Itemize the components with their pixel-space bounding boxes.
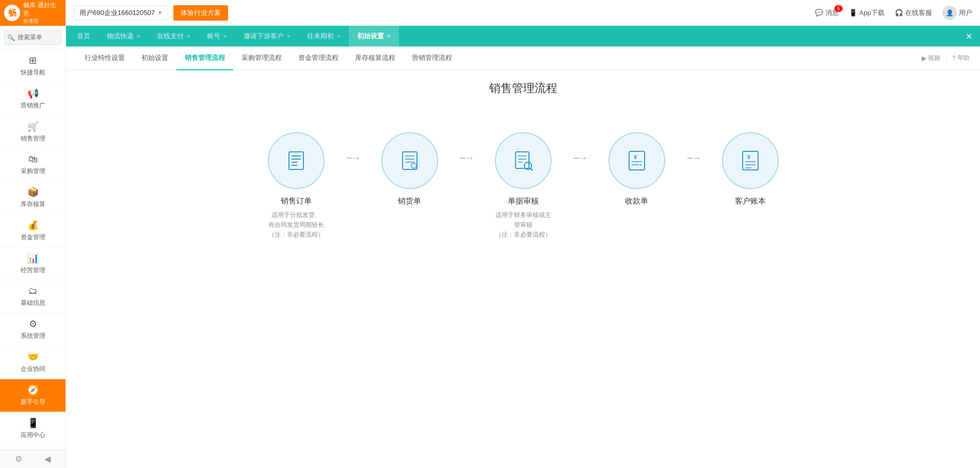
nav-tab-logistics[interactable]: 物流快递✕ (99, 26, 149, 46)
flow-arrow-0: - - → (340, 152, 366, 164)
sidebar-item-label: 系统管理 (21, 332, 45, 340)
flow-step-desc: 适用于财务审核或主管审核（注：非必要流程） (495, 210, 551, 240)
nav-tab-close-icon[interactable]: ✕ (186, 34, 190, 39)
dropdown-arrow-icon: ▼ (157, 10, 163, 15)
nav-tab-close-icon[interactable]: ✕ (286, 34, 291, 39)
sidebar-item-enterprise-wechat[interactable]: 💬 企业微信 (0, 445, 66, 449)
app-download-button[interactable]: 📱 App下载 (849, 8, 885, 18)
sidebar-item-label: 销售管理 (21, 134, 45, 143)
nav-tabs: 首页物流快递✕在线支付✕账号✕邀请下游客户✕往来期初✕初始设置✕✕ (66, 26, 980, 46)
logo-icon: 畅 (4, 5, 20, 21)
flow-step-label: 收款单 (625, 196, 648, 206)
flow-circle-sales-invoice[interactable]: ✓ (381, 132, 438, 189)
sidebar-item-sys-mgmt[interactable]: ⚙ 系统管理 (0, 313, 66, 346)
settings-icon[interactable]: ⚙ (15, 454, 22, 464)
nav-tab-close-icon[interactable]: ✕ (223, 34, 227, 39)
nav-tab-label: 账号 (207, 32, 220, 41)
user-selector[interactable]: 用户690企业1660120507 ▼ (74, 6, 168, 20)
flow-step-customer-ledger: ¥ 客户账本 (706, 132, 794, 206)
search-icon: 🔍 (7, 34, 15, 41)
sub-tab-sales-flow[interactable]: 销售管理流程 (176, 46, 233, 70)
basic-info-icon: 🗂 (28, 286, 38, 297)
topbar-actions: 💬 消息 6 📱 App下载 🎧 在线客服 👤 用户 (815, 6, 972, 20)
sidebar-item-basic-info[interactable]: 🗂 基础信息 (0, 280, 66, 313)
sub-tab-marketing-flow[interactable]: 营销管理流程 (404, 46, 460, 70)
user-avatar-button[interactable]: 👤 用户 (942, 6, 972, 20)
main-content: 用户690企业1660120507 ▼ 体验行业方案 💬 消息 6 📱 App下… (66, 0, 980, 468)
flow-arrow-1: - - → (454, 152, 479, 164)
nav-tab-label: 首页 (77, 32, 90, 41)
sidebar-item-enterprise-collab[interactable]: 🤝 企业协同 (0, 346, 66, 379)
sidebar-item-app-center[interactable]: 📱 应用中心 (0, 412, 66, 445)
sidebar-item-label: 快捷导航 (21, 68, 45, 77)
nav-tab-account[interactable]: 账号✕ (199, 26, 235, 46)
sidebar-item-inventory[interactable]: 📦 库存核算 (0, 181, 66, 214)
flow-step-sales-invoice: ✓ 销货单 (366, 132, 454, 206)
flow-circle-receipt[interactable]: ¥ (608, 132, 665, 189)
nav-tab-label: 初始设置 (357, 32, 384, 41)
nav-tab-initial-setup[interactable]: 初始设置✕ (349, 26, 399, 46)
sub-tabs: 行业特性设置初始设置销售管理流程采购管理流程资金管理流程库存核算流程营销管理流程… (66, 46, 980, 70)
sidebar-item-sales-mgmt[interactable]: 🛒 销售管理 (0, 116, 66, 149)
sidebar-item-label: 营销推广 (21, 101, 45, 110)
nav-tab-label: 物流快递 (107, 32, 134, 41)
svg-point-21 (639, 164, 641, 166)
sales-mgmt-icon: 🛒 (27, 121, 39, 132)
nav-tab-payment[interactable]: 在线支付✕ (149, 26, 199, 46)
phone-icon: 📱 (849, 9, 857, 17)
sidebar-item-label: 应用中心 (21, 431, 45, 440)
flow-circle-customer-ledger[interactable]: ¥ (722, 132, 779, 189)
nav-tab-close-icon[interactable]: ✕ (336, 34, 341, 39)
message-icon: 💬 (815, 9, 823, 17)
nav-close-button[interactable]: ✕ (960, 32, 977, 41)
sidebar-item-finance-mgmt[interactable]: 💰 资金管理 (0, 214, 66, 247)
new-guide-icon: 🧭 (27, 384, 39, 396)
sidebar-item-marketing-promo[interactable]: 📢 营销推广 (0, 83, 66, 116)
collapse-icon[interactable]: ◀ (44, 454, 51, 464)
sidebar-item-ops-mgmt[interactable]: 📊 经营管理 (0, 247, 66, 280)
flow-chart: 销售订单 适用于分批发货、有合同发货周期较长（注：非必要流程） - - → ✓ … (76, 122, 970, 251)
sub-tab-finance-flow[interactable]: 资金管理流程 (290, 46, 347, 70)
finance-mgmt-icon: 💰 (27, 220, 39, 231)
trial-button[interactable]: 体验行业方案 (173, 5, 228, 21)
flow-arrow-2: - - → (567, 152, 593, 164)
sub-tab-initial-setup[interactable]: 初始设置 (133, 46, 176, 70)
flow-step-doc-review: 单据审核 适用于财务审核或主管审核（注：非必要流程） (479, 132, 567, 240)
nav-tab-home[interactable]: 首页 (69, 26, 99, 46)
sub-tab-inventory-flow[interactable]: 库存核算流程 (347, 46, 404, 70)
sub-tab-industry-settings[interactable]: 行业特性设置 (76, 46, 133, 70)
sub-tab-purchase-flow[interactable]: 采购管理流程 (233, 46, 290, 70)
nav-tab-label: 在线支付 (157, 32, 184, 41)
sidebar-item-quick-nav[interactable]: ⊞ 快捷导航 (0, 50, 66, 83)
purchase-mgmt-icon: 🛍 (28, 154, 38, 165)
help-link[interactable]: ? 帮助 (952, 54, 970, 63)
sidebar-search-area: 🔍 搜索菜单 (0, 26, 66, 50)
logo-text: 畅库·通好生意 标准版 (23, 2, 61, 24)
nav-tab-period-opening[interactable]: 往来期初✕ (299, 26, 349, 46)
sidebar-item-label: 企业协同 (21, 365, 45, 373)
page-title: 销售管理流程 (76, 81, 970, 96)
flow-step-desc: 适用于分批发货、有合同发货周期较长（注：非必要流程） (268, 210, 324, 240)
nav-tab-invite-customer[interactable]: 邀请下游客户✕ (235, 26, 299, 46)
flow-circle-doc-review[interactable] (495, 132, 552, 189)
message-button[interactable]: 💬 消息 6 (815, 8, 839, 18)
sidebar-bottom: ⚙ ◀ (0, 449, 66, 468)
sidebar-item-purchase-mgmt[interactable]: 🛍 采购管理 (0, 149, 66, 181)
flow-circle-sales-order[interactable] (268, 132, 325, 189)
search-menu-button[interactable]: 🔍 搜索菜单 (4, 30, 61, 45)
sidebar-item-new-guide[interactable]: 🧭 新手引导 (0, 379, 66, 412)
flow-step-label: 客户账本 (735, 196, 766, 206)
svg-text:✓: ✓ (413, 165, 416, 168)
help-icon: ? (952, 55, 956, 62)
nav-tab-close-icon[interactable]: ✕ (387, 34, 391, 39)
quick-nav-icon: ⊞ (29, 55, 37, 66)
svg-text:¥: ¥ (747, 154, 751, 160)
sub-tabs-right: ▶ 视频 | ? 帮助 (922, 54, 970, 63)
svg-rect-0 (289, 152, 303, 169)
nav-tab-close-icon[interactable]: ✕ (136, 34, 140, 39)
online-service-button[interactable]: 🎧 在线客服 (895, 8, 932, 18)
nav-tab-label: 往来期初 (307, 32, 334, 41)
flow-step-label: 销售订单 (281, 196, 312, 206)
nav-tab-label: 邀请下游客户 (244, 32, 284, 41)
video-link[interactable]: ▶ 视频 (922, 54, 940, 63)
